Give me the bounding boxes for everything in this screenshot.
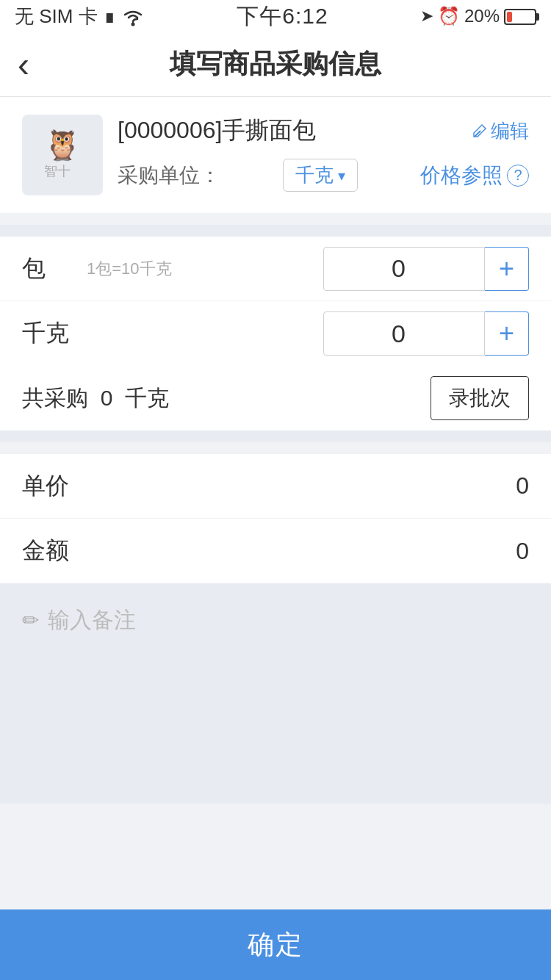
divider-1 [0, 225, 551, 237]
pencil-icon: ✏ [22, 608, 39, 633]
info-icon: ? [507, 165, 529, 187]
kg-plus-button[interactable]: + [485, 311, 529, 356]
unit-price-label: 单价 [22, 470, 69, 502]
kg-input-row: 千克 + [0, 301, 551, 366]
summary-total-unit: 千克 [125, 386, 169, 410]
price-info-section: 单价 0 金额 0 [0, 454, 551, 583]
summary-total-label: 共采购 [22, 386, 88, 410]
status-left: 无 SIM 卡 ∎ [15, 4, 145, 29]
remark-placeholder: 输入备注 [48, 605, 136, 635]
bottom-padding [0, 804, 551, 874]
product-unit-row: 采购单位： 千克 ▾ 价格参照 ? [118, 159, 529, 192]
no-sim-text: 无 SIM 卡 [15, 4, 98, 29]
price-ref-link[interactable]: 价格参照 ? [420, 162, 529, 190]
battery-percent: 20% [464, 6, 500, 26]
unit-label: 采购单位： [118, 162, 220, 190]
status-right: ➤ ⏰ 20% [420, 6, 536, 26]
product-image: 🦉 智十 [22, 115, 103, 195]
chevron-down-icon: ▾ [338, 167, 345, 184]
alarm-icon: ⏰ [438, 6, 460, 26]
summary-total-text: 共采购 0 千克 [22, 383, 169, 414]
product-header: [0000006]手撕面包 编辑 [118, 115, 529, 147]
amount-label: 金额 [22, 535, 69, 567]
remark-input-row: ✏ 输入备注 [22, 605, 529, 635]
bao-input-row: 包 1包=10千克 + [0, 237, 551, 301]
product-logo-text: 智十 [44, 162, 81, 180]
svg-point-0 [131, 22, 134, 26]
edit-icon [472, 123, 488, 139]
summary-total-value: 0 [101, 386, 113, 410]
location-icon: ➤ [420, 7, 433, 26]
status-time: 下午6:12 [237, 1, 328, 32]
kg-input[interactable] [323, 311, 485, 356]
unit-value: 千克 [295, 162, 334, 188]
bao-sublabel: 1包=10千克 [87, 258, 323, 280]
bao-input[interactable] [323, 247, 485, 291]
edit-link[interactable]: 编辑 [472, 118, 529, 144]
price-ref-label: 价格参照 [420, 162, 503, 190]
unit-price-row: 单价 0 [0, 454, 551, 519]
amount-row: 金额 0 [0, 519, 551, 583]
divider-2 [0, 430, 551, 442]
amount-value: 0 [516, 538, 529, 565]
bao-label: 包 [22, 253, 81, 285]
unit-select[interactable]: 千克 ▾ [283, 159, 358, 192]
battery-icon [504, 6, 536, 26]
confirm-button[interactable]: 确定 [0, 909, 551, 980]
bao-plus-button[interactable]: + [485, 247, 529, 291]
product-info: [0000006]手撕面包 编辑 采购单位： 千克 ▾ 价格参照 ? [118, 115, 529, 192]
wifi-icon: ∎ [104, 5, 145, 28]
page-title: 填写商品采购信息 [170, 46, 381, 82]
remark-section[interactable]: ✏ 输入备注 [0, 583, 551, 804]
kg-input-wrap: + [323, 311, 529, 356]
product-full-name: [0000006]手撕面包 [118, 115, 316, 147]
record-batch-button[interactable]: 录批次 [431, 376, 529, 420]
summary-row: 共采购 0 千克 录批次 [0, 366, 551, 430]
nav-bar: ‹ 填写商品采购信息 [0, 32, 551, 97]
product-logo-owl: 🦉 [44, 130, 81, 159]
bao-input-wrap: + [323, 247, 529, 291]
back-button[interactable]: ‹ [18, 44, 29, 84]
quantity-input-section: 包 1包=10千克 + 千克 + [0, 237, 551, 366]
unit-price-value: 0 [516, 472, 529, 500]
status-bar: 无 SIM 卡 ∎ 下午6:12 ➤ ⏰ 20% [0, 0, 551, 32]
kg-label: 千克 [22, 317, 81, 350]
product-card: 🦉 智十 [0000006]手撕面包 编辑 采购单位： 千克 ▾ 价格参照 ? [0, 97, 551, 213]
